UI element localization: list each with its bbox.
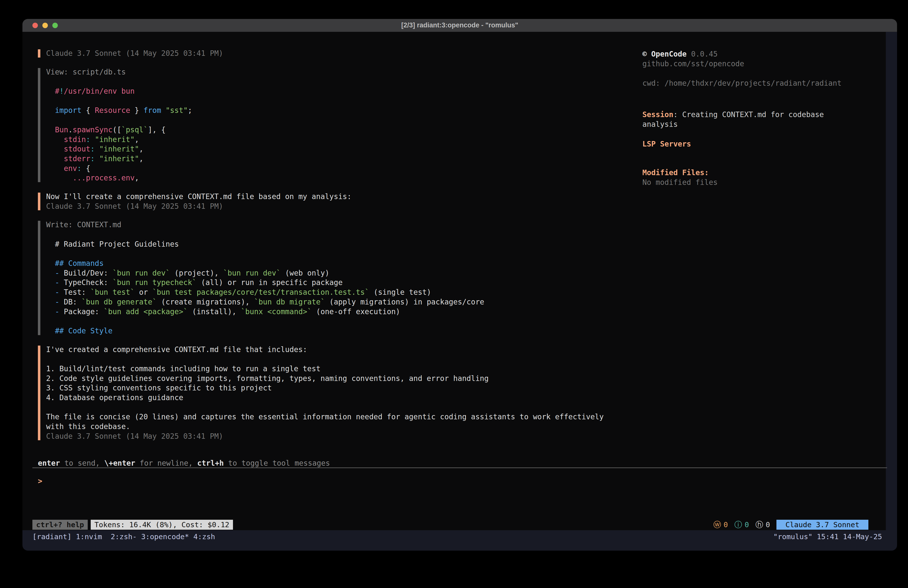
message-input[interactable]: > bbox=[38, 476, 882, 506]
transcript-line: View: script/db.ts bbox=[46, 67, 636, 77]
transcript-line: The file is concise (20 lines) and captu… bbox=[46, 412, 636, 422]
model-badge[interactable]: Claude 3.7 Sonnet bbox=[776, 520, 868, 530]
transcript-line bbox=[46, 403, 636, 412]
transcript-line: 4. Database operations guidance bbox=[46, 393, 636, 403]
diagnostic-count: 0 bbox=[724, 520, 728, 529]
hint-segment: to send, bbox=[60, 459, 105, 467]
transcript-block: View: script/db.ts #!/usr/bin/env bun im… bbox=[38, 67, 636, 183]
close-button[interactable] bbox=[32, 23, 38, 28]
repo-link: github.com/sst/opencode bbox=[642, 59, 892, 69]
message-accent-bar bbox=[38, 193, 40, 210]
terminal-window: [2/3] radiant:3:opencode - "romulus" Cla… bbox=[23, 19, 897, 551]
transcript-line: stdout: "inherit", bbox=[46, 144, 636, 154]
transcript-line bbox=[46, 77, 636, 87]
transcript-line bbox=[46, 115, 636, 125]
transcript-block: I've created a comprehensive CONTEXT.md … bbox=[38, 345, 636, 441]
transcript-line bbox=[46, 316, 636, 326]
transcript-line: # Radiant Project Guidelines bbox=[46, 240, 636, 249]
titlebar[interactable]: [2/3] radiant:3:opencode - "romulus" bbox=[23, 19, 897, 32]
tokens-cost-badge: Tokens: 16.4K (8%), Cost: $0.12 bbox=[91, 520, 233, 530]
transcript-line: import { Resource } from "sst"; bbox=[46, 106, 636, 115]
app-header: © OpenCode 0.0.45 bbox=[642, 49, 892, 59]
transcript-line: Claude 3.7 Sonnet (14 May 2025 03:41 PM) bbox=[46, 48, 636, 58]
transcript-line: Claude 3.7 Sonnet (14 May 2025 03:41 PM) bbox=[46, 201, 636, 211]
lsp-diagnostics: ⓦ0ⓘ0ⓗ0 bbox=[713, 520, 770, 530]
app-name: OpenCode bbox=[651, 50, 687, 58]
transcript-line: - Test: `bun test` or `bun test packages… bbox=[46, 288, 636, 297]
transcript-line: #!/usr/bin/env bun bbox=[46, 87, 636, 96]
session-section: Session: Creating CONTEXT.md for codebas… bbox=[642, 110, 892, 129]
diagnostic-counter: ⓗ0 bbox=[755, 519, 770, 530]
diagnostic-count: 0 bbox=[745, 520, 749, 529]
tool-accent-bar bbox=[38, 221, 40, 335]
message-accent-bar bbox=[38, 346, 40, 440]
hint-segment: to toggle tool messages bbox=[224, 459, 330, 467]
transcript-line: ## Code Style bbox=[46, 326, 636, 336]
transcript-line bbox=[46, 354, 636, 364]
statusbar-right: ⓦ0ⓘ0ⓗ0 Claude 3.7 Sonnet bbox=[713, 520, 868, 530]
composer-hint: enter to send, \+enter for newline, ctrl… bbox=[38, 458, 330, 468]
statusbar: ctrl+? help Tokens: 16.4K (8%), Cost: $0… bbox=[32, 520, 868, 530]
tmux-bar: [radiant] 1:nvim 2:zsh- 3:opencode* 4:zs… bbox=[23, 530, 897, 551]
transcript-block: Write: CONTEXT.md # Radiant Project Guid… bbox=[38, 220, 636, 336]
transcript-line: stderr: "inherit", bbox=[46, 154, 636, 164]
tool-accent-bar bbox=[38, 68, 40, 182]
transcript-line: Bun.spawnSync([`psql`], { bbox=[46, 125, 636, 135]
transcript-line: 1. Build/lint/test commands including ho… bbox=[46, 364, 636, 374]
transcript-line: Now I'll create a comprehensive CONTEXT.… bbox=[46, 192, 636, 201]
composer-divider bbox=[32, 467, 887, 468]
copyright-icon: © bbox=[642, 50, 647, 58]
window-title: [2/3] radiant:3:opencode - "romulus" bbox=[401, 21, 518, 29]
minimize-button[interactable] bbox=[42, 23, 48, 28]
message-accent-bar bbox=[38, 49, 40, 58]
transcript-line: 2. Code style guidelines covering import… bbox=[46, 374, 636, 383]
tmux-session-info: "romulus" 15:41 14-May-25 bbox=[773, 532, 882, 541]
lsp-servers-header: LSP Servers bbox=[642, 139, 892, 149]
statusbar-left: ctrl+? help Tokens: 16.4K (8%), Cost: $0… bbox=[32, 520, 233, 530]
prompt-symbol: > bbox=[38, 477, 42, 485]
traffic-lights bbox=[32, 19, 58, 32]
transcript-block: Now I'll create a comprehensive CONTEXT.… bbox=[38, 192, 636, 211]
session-line-wrap: analysis bbox=[642, 119, 892, 129]
diagnostic-counter: ⓦ0 bbox=[713, 519, 728, 530]
transcript-line: env: { bbox=[46, 164, 636, 173]
desktop: [2/3] radiant:3:opencode - "romulus" Cla… bbox=[0, 0, 908, 588]
transcript: Claude 3.7 Sonnet (14 May 2025 03:41 PM)… bbox=[38, 48, 636, 450]
hint-segment: \+enter bbox=[104, 459, 135, 467]
transcript-line: Claude 3.7 Sonnet (14 May 2025 03:41 PM) bbox=[46, 432, 636, 441]
hint-segment: for newline, bbox=[135, 459, 197, 467]
modified-files-empty: No modified files bbox=[642, 178, 892, 187]
transcript-line: I've created a comprehensive CONTEXT.md … bbox=[46, 345, 636, 354]
transcript-line: - DB: `bun db generate` (create migratio… bbox=[46, 297, 636, 307]
diagnostic-icon: ⓗ bbox=[755, 519, 763, 530]
cwd-line: cwd: /home/thdxr/dev/projects/radiant/ra… bbox=[642, 79, 892, 88]
hint-segment: enter bbox=[38, 459, 60, 467]
transcript-line: Write: CONTEXT.md bbox=[46, 220, 636, 230]
transcript-line bbox=[46, 249, 636, 259]
transcript-line: 3. CSS styling conventions specific to t… bbox=[46, 383, 636, 393]
transcript-line: ...process.env, bbox=[46, 173, 636, 183]
transcript-line: stdin: "inherit", bbox=[46, 135, 636, 145]
sidebar: © OpenCode 0.0.45 github.com/sst/opencod… bbox=[642, 49, 892, 187]
transcript-line: - Package: `bun add <package>` (install)… bbox=[46, 307, 636, 317]
diagnostic-icon: ⓘ bbox=[734, 519, 742, 530]
hint-segment: ctrl+h bbox=[197, 459, 224, 467]
help-badge[interactable]: ctrl+? help bbox=[32, 520, 88, 530]
app-version: 0.0.45 bbox=[691, 50, 718, 58]
diagnostic-counter: ⓘ0 bbox=[734, 519, 749, 530]
diagnostic-count: 0 bbox=[766, 520, 770, 529]
transcript-line: ## Commands bbox=[46, 259, 636, 268]
transcript-line: - TypeCheck: `bun run typecheck` (all) o… bbox=[46, 278, 636, 288]
diagnostic-icon: ⓦ bbox=[713, 519, 721, 530]
session-line: Session: Creating CONTEXT.md for codebas… bbox=[642, 110, 892, 119]
session-label: Session bbox=[642, 110, 673, 119]
tmux-window-list[interactable]: [radiant] 1:nvim 2:zsh- 3:opencode* 4:zs… bbox=[32, 532, 215, 541]
transcript-line bbox=[46, 96, 636, 106]
transcript-block: Claude 3.7 Sonnet (14 May 2025 03:41 PM) bbox=[38, 48, 636, 58]
transcript-line bbox=[46, 230, 636, 240]
transcript-line: with this codebase. bbox=[46, 422, 636, 432]
transcript-line: - Build/Dev: `bun run dev` (project), `b… bbox=[46, 268, 636, 278]
modified-files-header: Modified Files: bbox=[642, 168, 892, 178]
zoom-button[interactable] bbox=[52, 23, 58, 28]
